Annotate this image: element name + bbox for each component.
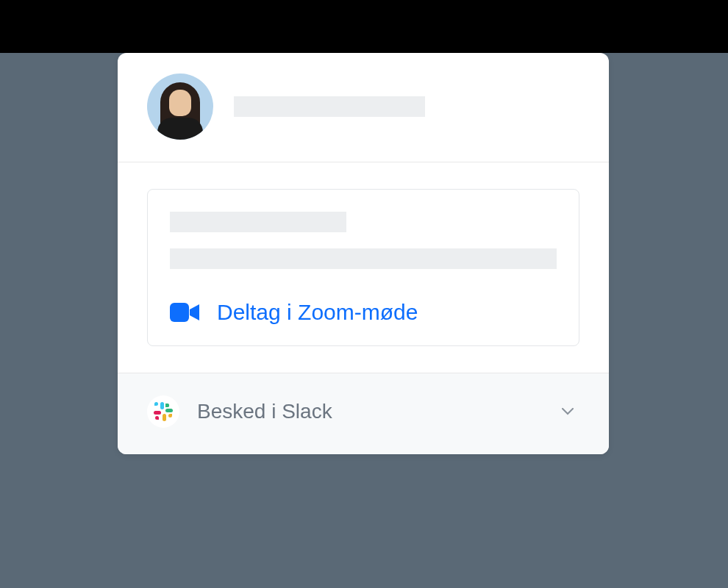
placeholder-line-2 (170, 248, 557, 269)
name-placeholder (234, 96, 425, 117)
card-footer[interactable]: Besked i Slack (118, 373, 609, 454)
svg-rect-1 (160, 402, 164, 409)
placeholder-line-1 (170, 212, 346, 232)
card-header (118, 53, 609, 162)
zoom-join-link[interactable]: Deltag i Zoom-møde (170, 300, 557, 325)
chevron-down-icon (562, 408, 574, 415)
video-camera-icon (170, 301, 199, 323)
svg-rect-4 (163, 414, 166, 421)
top-black-bar (0, 0, 728, 53)
svg-rect-0 (170, 303, 189, 322)
slack-icon (147, 395, 179, 428)
slack-label: Besked i Slack (197, 400, 544, 423)
avatar (147, 74, 213, 140)
svg-rect-5 (154, 411, 161, 415)
card-content: Deltag i Zoom-møde (118, 162, 609, 373)
zoom-link-label: Deltag i Zoom-møde (217, 300, 418, 325)
content-box: Deltag i Zoom-møde (147, 189, 579, 346)
contact-card: Deltag i Zoom-møde Besked i Slack (118, 53, 609, 454)
svg-rect-2 (165, 409, 173, 412)
